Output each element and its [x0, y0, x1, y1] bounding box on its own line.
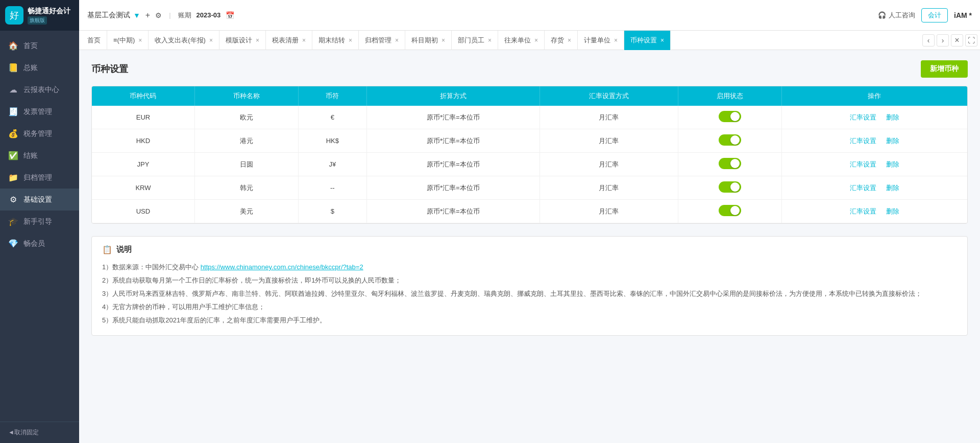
cell-actions: 汇率设置 删除 [781, 200, 967, 223]
tab-dept[interactable]: 部门员工 × [452, 31, 498, 50]
notes-icon: 📋 [102, 245, 112, 254]
tab-tax[interactable]: 税表清册 × [266, 31, 312, 50]
sidebar-item-home[interactable]: 🏠 首页 [0, 35, 79, 57]
tab-currency[interactable]: 币种设置 × [624, 31, 671, 50]
tab-close-icon[interactable]: × [614, 37, 618, 44]
tab-label: 期末结转 [318, 36, 345, 45]
tab-unit[interactable]: 计量单位 × [578, 31, 624, 50]
cell-code: HKD [92, 129, 194, 153]
cell-name: 港元 [194, 129, 298, 153]
tab-close-icon[interactable]: × [534, 37, 538, 44]
sidebar-footer[interactable]: ◄取消固定 [0, 422, 79, 443]
topbar-plus[interactable]: + [145, 11, 150, 20]
delete-link[interactable]: 删除 [886, 207, 899, 215]
table-row: JPY 日圆 J¥ 原币*汇率=本位币 月汇率 汇率设置 删除 [92, 153, 967, 176]
tab-partner[interactable]: 往来单位 × [498, 31, 545, 50]
tab-template[interactable]: 模版设计 × [219, 31, 266, 50]
notes-title: 📋 说明 [102, 245, 957, 254]
tab-close-icon[interactable]: × [395, 37, 399, 44]
sidebar-item-archive[interactable]: 📁 归档管理 [0, 167, 79, 189]
consult-button[interactable]: 🎧 人工咨询 [878, 11, 915, 20]
topbar: 基层工会测试 ▼ + ⚙ | 账期 2023-03 📅 🎧 人工咨询 会计 iA… [79, 0, 980, 31]
sidebar-item-label: 总账 [23, 63, 38, 73]
cell-code: EUR [92, 106, 194, 129]
rate-settings-link[interactable]: 汇率设置 [850, 184, 876, 192]
toggle-enabled[interactable] [719, 181, 741, 193]
rate-settings-link[interactable]: 汇率设置 [850, 207, 876, 215]
cell-status [678, 106, 781, 129]
sidebar-item-ledger[interactable]: 📒 总账 [0, 57, 79, 79]
sidebar-item-invoice[interactable]: 🧾 发票管理 [0, 101, 79, 123]
new-currency-button[interactable]: 新增币种 [921, 60, 968, 78]
notes-link[interactable]: https://www.chinamoney.com.cn/chinese/bk… [201, 263, 363, 271]
notes-item: 5）系统只能自动抓取2021年度后的汇率，之前年度汇率需要用户手工维护。 [102, 314, 957, 327]
table-row: USD 美元 $ 原币*汇率=本位币 月汇率 汇率设置 删除 [92, 200, 967, 223]
tab-label: 部门员工 [458, 36, 484, 45]
topbar-right: 🎧 人工咨询 会计 iAM * [878, 8, 972, 22]
table-row: HKD 港元 HK$ 原币*汇率=本位币 月汇率 汇率设置 删除 [92, 129, 967, 153]
cell-rate-method: 月汇率 [540, 129, 678, 153]
delete-link[interactable]: 删除 [886, 113, 899, 121]
calendar-icon[interactable]: 📅 [226, 11, 234, 19]
tab-close-icon[interactable]: × [256, 37, 259, 44]
tab-subject[interactable]: 科目期初 × [405, 31, 452, 50]
accountant-button[interactable]: 会计 [921, 8, 948, 22]
toggle-track [719, 158, 741, 169]
delete-link[interactable]: 删除 [886, 137, 899, 145]
tab-label: 收入支出表(年报) [155, 36, 206, 45]
sidebar-item-guide[interactable]: 🎓 新手引导 [0, 211, 79, 232]
tab-label: 往来单位 [504, 36, 531, 45]
cell-rate-method: 月汇率 [540, 176, 678, 200]
rate-settings-link[interactable]: 汇率设置 [850, 137, 876, 145]
user-name: iAM * [954, 11, 972, 19]
tab-label: 科目期初 [411, 36, 438, 45]
tab-next-arrow[interactable]: › [937, 34, 949, 46]
sidebar-footer-label: ◄取消固定 [8, 428, 39, 437]
rate-settings-link[interactable]: 汇率设置 [850, 160, 876, 168]
tab-home[interactable]: 首页 [81, 31, 107, 50]
cell-calc: 原币*汇率=本位币 [366, 106, 540, 129]
archive-icon: 📁 [8, 173, 18, 182]
tab-close-icon[interactable]: × [209, 37, 213, 44]
company-selector[interactable]: 基层工会测试 ▼ [87, 11, 140, 20]
sidebar-item-settings[interactable]: ⚙ 基础设置 [0, 189, 79, 211]
tab-period[interactable]: ≡(中期) × [107, 31, 149, 50]
tab-income[interactable]: 收入支出表(年报) × [149, 31, 219, 50]
tab-archive[interactable]: 归档管理 × [359, 31, 405, 50]
tab-prev-arrow[interactable]: ‹ [922, 34, 935, 46]
tab-close-icon[interactable]: × [488, 37, 492, 44]
delete-link[interactable]: 删除 [886, 184, 899, 192]
rate-settings-link[interactable]: 汇率设置 [850, 113, 876, 121]
cell-symbol: € [298, 106, 366, 129]
col-calc: 折算方式 [366, 86, 540, 106]
delete-link[interactable]: 删除 [886, 160, 899, 168]
invoice-icon: 🧾 [8, 107, 18, 116]
toggle-enabled[interactable] [719, 134, 741, 146]
tab-expand-icon[interactable]: ⛶ [965, 34, 977, 46]
toggle-enabled[interactable] [719, 205, 741, 216]
sidebar-item-tax[interactable]: 💰 税务管理 [0, 123, 79, 145]
tab-close-icon[interactable]: × [349, 37, 352, 44]
cell-symbol: $ [298, 200, 366, 223]
tab-period-end[interactable]: 期末结转 × [312, 31, 359, 50]
sidebar-item-reports[interactable]: ☁ 云报表中心 [0, 79, 79, 101]
settings-icon: ⚙ [8, 195, 18, 204]
tab-label: 存货 [551, 36, 564, 45]
tab-close-icon[interactable]: × [568, 37, 571, 44]
tab-inventory[interactable]: 存货 × [545, 31, 578, 50]
tab-close-icon[interactable]: × [660, 37, 664, 44]
cell-name: 欧元 [194, 106, 298, 129]
tab-close-all[interactable]: × [951, 34, 963, 46]
toggle-thumb [730, 135, 740, 145]
tab-close-icon[interactable]: × [302, 37, 306, 44]
table-row: EUR 欧元 € 原币*汇率=本位币 月汇率 汇率设置 删除 [92, 106, 967, 129]
tab-close-icon[interactable]: × [442, 37, 445, 44]
sidebar-item-member[interactable]: 💎 畅会员 [0, 232, 79, 254]
toggle-enabled[interactable] [719, 158, 741, 169]
toggle-enabled[interactable] [719, 111, 741, 122]
sidebar-item-checkout[interactable]: ✅ 结账 [0, 145, 79, 167]
sidebar-item-label: 云报表中心 [23, 85, 59, 95]
topbar-gear-icon[interactable]: ⚙ [155, 11, 162, 19]
tab-close-icon[interactable]: × [138, 37, 142, 44]
period-value: 2023-03 [197, 11, 221, 19]
